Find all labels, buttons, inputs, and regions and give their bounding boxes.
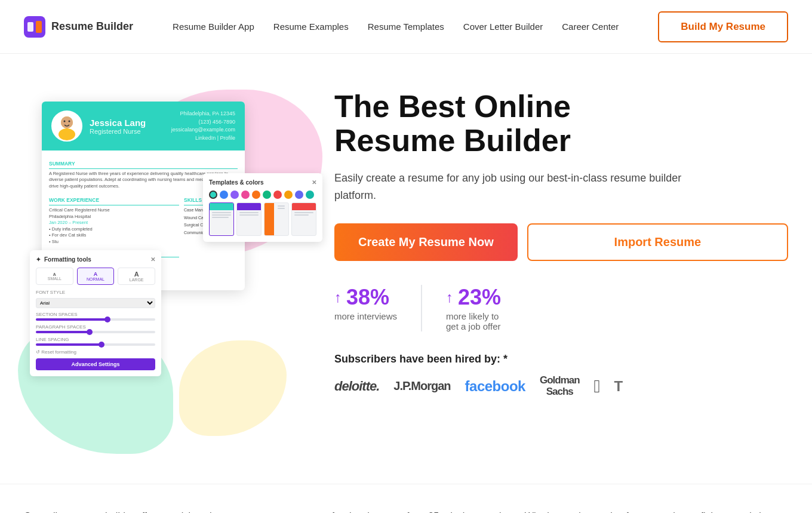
hired-label: Subscribers have been hired by: * [334, 353, 788, 365]
color-dot-4[interactable] [252, 191, 260, 199]
font-size-row: A SMALL A NORMAL A LARGE [36, 268, 155, 285]
templates-panel: Templates & colors ✕ [203, 173, 322, 242]
other-company-logo: T [614, 378, 623, 395]
color-dot-8[interactable] [295, 191, 303, 199]
hero-left: Jessica Lang Registered Nurse Philadelph… [24, 78, 310, 472]
goldman-sachs-logo: Goldman Sachs [540, 375, 580, 397]
font-style-select[interactable]: ArialGeorgiaTimes New Roman [36, 298, 155, 308]
hired-section: Subscribers have been hired by: * deloit… [334, 353, 788, 397]
svg-rect-0 [24, 16, 45, 38]
line-spacing-thumb[interactable] [99, 342, 104, 348]
hero-headline: The Best Online Resume Builder [334, 90, 788, 158]
footer-description: Our online resume builder offers a quick… [0, 484, 812, 513]
templates-close-icon[interactable]: ✕ [312, 179, 316, 186]
logo-link[interactable]: Resume Builder [24, 16, 133, 38]
font-size-normal[interactable]: A NORMAL [77, 268, 115, 285]
resume-avatar [51, 110, 82, 142]
color-dot-0[interactable] [209, 191, 217, 199]
navbar: Resume Builder Resume Builder App Resume… [0, 0, 812, 54]
blob-yellow [179, 340, 287, 436]
resume-contact: Philadelphia, PA 12345 (123) 456-7890 je… [171, 110, 235, 142]
section-spaces-fill [36, 318, 107, 321]
formatting-panel: ✦ Formatting tools ✕ A SMALL A NORMAL [30, 250, 161, 376]
svg-point-7 [69, 121, 70, 122]
template-thumb-3[interactable] [264, 202, 289, 236]
color-dot-3[interactable] [241, 191, 250, 199]
arrow-up-icon-2: ↑ [446, 289, 453, 306]
line-spacing-track [36, 343, 155, 346]
hero-section: Jessica Lang Registered Nurse Philadelph… [0, 54, 812, 484]
paragraph-spaces-thumb[interactable] [87, 329, 93, 335]
svg-rect-1 [27, 22, 33, 32]
stat-joboffer-label: more likely toget a job offer [446, 311, 501, 331]
templates-panel-header: Templates & colors ✕ [209, 179, 316, 186]
formatting-close-icon[interactable]: ✕ [150, 256, 155, 263]
reset-formatting-icon[interactable]: ↺ Reset formatting [36, 349, 76, 355]
company-logos: deloitte. J.P.Morgan facebook Goldman Sa… [334, 375, 788, 397]
stat-joboffer-pct: ↑ 23% [446, 285, 501, 310]
stat-joboffer: ↑ 23% more likely toget a job offer [446, 285, 525, 331]
resume-mockup-wrap: Jessica Lang Registered Nurse Philadelph… [24, 78, 310, 472]
color-dot-5[interactable] [263, 191, 271, 199]
font-size-small[interactable]: A SMALL [36, 268, 73, 285]
arrow-up-icon-1: ↑ [334, 289, 342, 306]
resume-name-block: Jessica Lang Registered Nurse [90, 118, 164, 135]
svg-point-6 [64, 121, 66, 122]
formatting-panel-header: ✦ Formatting tools ✕ [36, 256, 155, 263]
logo-text: Resume Builder [51, 20, 133, 33]
paragraph-spaces-slider-row: PARAGRAPH SPACES [36, 324, 155, 333]
template-thumb-1[interactable] [209, 202, 234, 236]
resume-summary-title: Summary [49, 160, 238, 169]
font-style-slider-row: FONT STYLE ArialGeorgiaTimes New Roman [36, 290, 155, 308]
svg-point-4 [59, 128, 75, 140]
color-dot-9[interactable] [306, 191, 314, 199]
jpmorgan-logo: J.P.Morgan [393, 379, 450, 393]
nav-links: Resume Builder App Resume Examples Resum… [173, 21, 619, 32]
create-resume-button[interactable]: Create My Resume Now [334, 223, 518, 261]
paragraph-spaces-track [36, 331, 155, 333]
color-dots [209, 191, 316, 199]
line-spacing-slider-row: LINE SPACING [36, 337, 155, 346]
section-spaces-slider-row: SECTION SPACES [36, 312, 155, 321]
svg-rect-2 [36, 21, 42, 33]
nav-resume-builder-app[interactable]: Resume Builder App [173, 21, 254, 32]
color-dot-1[interactable] [220, 191, 228, 199]
hero-right: The Best Online Resume Builder Easily cr… [334, 78, 788, 397]
font-size-large[interactable]: A LARGE [118, 268, 155, 285]
logo-icon [24, 16, 45, 38]
paragraph-spaces-fill [36, 331, 90, 333]
formatting-panel-title: Formatting tools [44, 256, 91, 263]
templates-panel-title: Templates & colors [209, 179, 264, 186]
nav-cover-letter[interactable]: Cover Letter Builder [463, 21, 543, 32]
line-spacing-fill [36, 343, 102, 346]
template-thumbs[interactable] [209, 202, 316, 236]
deloitte-logo: deloitte. [334, 379, 379, 394]
color-dot-7[interactable] [284, 191, 293, 199]
stat-interviews-label: more interviews [334, 311, 397, 321]
advanced-settings-button[interactable]: Advanced Settings [36, 358, 155, 370]
color-dot-6[interactable] [273, 191, 282, 199]
nav-career-center[interactable]: Career Center [562, 21, 619, 32]
cta-row: Create My Resume Now Import Resume [334, 223, 788, 261]
nav-resume-examples[interactable]: Resume Examples [273, 21, 349, 32]
nav-resume-templates[interactable]: Resume Templates [368, 21, 444, 32]
facebook-logo: facebook [465, 378, 525, 395]
resume-header: Jessica Lang Registered Nurse Philadelph… [42, 102, 245, 150]
section-spaces-track [36, 318, 155, 321]
stats-row: ↑ 38% more interviews ↑ 23% more likely … [334, 285, 788, 331]
resume-work-title: Work Experience [49, 196, 179, 205]
hero-subtext: Easily create a resume for any job using… [334, 170, 693, 204]
template-thumb-4[interactable] [291, 202, 316, 236]
color-dot-2[interactable] [230, 191, 239, 199]
resume-name: Jessica Lang [90, 118, 164, 128]
nav-cta-button[interactable]: Build My Resume [658, 11, 788, 42]
import-resume-button[interactable]: Import Resume [527, 223, 788, 261]
stat-interviews-pct: ↑ 38% [334, 285, 397, 310]
section-spaces-thumb[interactable] [104, 317, 110, 322]
stat-interviews: ↑ 38% more interviews [334, 285, 422, 331]
apple-logo:  [594, 376, 600, 397]
resume-job-title: Registered Nurse [90, 128, 164, 135]
formatting-icon: ✦ [36, 256, 41, 263]
svg-point-5 [61, 116, 73, 128]
template-thumb-2[interactable] [236, 202, 262, 236]
